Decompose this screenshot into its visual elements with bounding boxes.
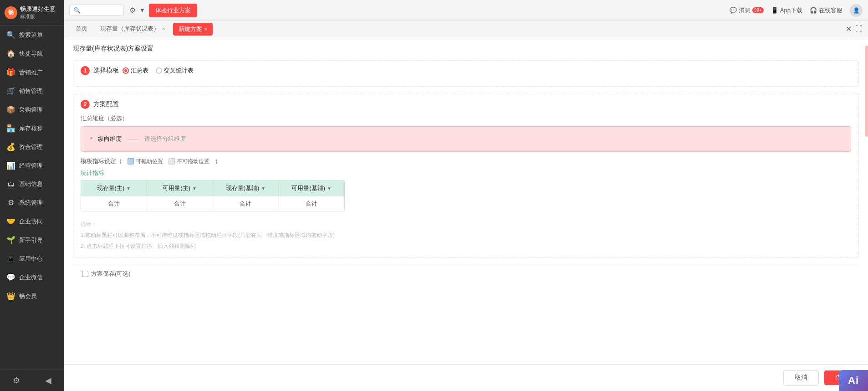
tab-inventory-status-label: 现存量（库存状况表） [100, 25, 159, 33]
sidebar-item-enterprise-label: 企业协同 [19, 217, 43, 226]
tip-item-0: 1.拖动标题栏可以调整布局，不可跨维度或指标区域拖动栏目字段(只能在同一维度或指… [81, 230, 851, 241]
industry-plan-button[interactable]: 体验行业方案 [149, 4, 197, 17]
stats-col-0-dropdown[interactable]: ▼ [126, 186, 131, 191]
bottom-bar: 取消 查询 [64, 364, 868, 391]
topbar-dropdown-icon[interactable]: ▼ [139, 7, 145, 14]
stats-col-2: 现存量(基辅) ▼ [213, 180, 279, 196]
sidebar-logo: 畅 畅康通好生意 标准版 [0, 0, 64, 26]
non-draggable-box-icon [168, 158, 175, 165]
sidebar-item-base-info[interactable]: 🗂 基础信息 [0, 175, 64, 193]
app-center-icon: 📱 [6, 254, 15, 263]
system-icon: ⚙ [6, 198, 15, 207]
save-plan-checkbox[interactable] [82, 271, 88, 277]
tab-inventory-status[interactable]: 现存量（库存状况表） × [94, 21, 171, 37]
sidebar: 畅 畅康通好生意 标准版 🔍 搜索菜单 🏠 快捷导航 🎁 营销推广 🛒 销售管理… [0, 0, 64, 391]
non-draggable-tag: 不可拖动位置 [168, 158, 209, 165]
tab-expand-icon[interactable]: ⛶ [855, 25, 863, 33]
stats-col-2-dropdown[interactable]: ▼ [261, 186, 266, 191]
message-label: 消息 [739, 6, 751, 15]
sidebar-item-quick-nav-label: 快捷导航 [19, 50, 43, 58]
sidebar-item-finance-label: 资金管理 [19, 143, 43, 151]
sidebar-item-purchase[interactable]: 📦 采购管理 [0, 100, 64, 119]
stats-table-data-row: 合计 合计 合计 合计 [81, 196, 344, 211]
settings-bottom-icon[interactable]: ⚙ [11, 374, 22, 387]
ai-badge[interactable]: Ai [839, 370, 868, 391]
tab-new-plan[interactable]: 新建方案 × [173, 23, 213, 36]
radio-summary[interactable]: 汇总表 [123, 67, 148, 75]
tab-inventory-close-icon[interactable]: × [162, 26, 165, 31]
message-badge: 99+ [752, 7, 764, 13]
radio-summary-circle [123, 67, 129, 74]
indicators-legend: 模板指标设定（ 可拖动位置 不可拖动位置 ） [81, 157, 851, 165]
sidebar-item-enterprise[interactable]: 🤝 企业协同 [0, 212, 64, 231]
stats-col-1: 可用量(主) ▼ [147, 180, 213, 196]
draggable-label: 可拖动位置 [136, 158, 163, 165]
stats-col-3: 可用量(基辅) ▼ [279, 180, 344, 196]
sidebar-item-operations[interactable]: 📊 经营管理 [0, 156, 64, 175]
sidebar-item-wechat[interactable]: 💬 企业微信 [0, 268, 64, 287]
dimension-label: 汇总维度（必选） [81, 114, 851, 123]
inventory-icon: 🏪 [6, 124, 15, 133]
stats-cell-2: 合计 [213, 196, 279, 211]
step1-header: 1 选择模板 汇总表 交叉统计表 [81, 66, 851, 75]
tips-section: 提示： 1.拖动标题栏可以调整布局，不可跨维度或指标区域拖动栏目字段(只能在同一… [81, 219, 851, 252]
stats-cell-0: 合计 [81, 196, 147, 211]
app-version: 标准版 [20, 13, 56, 20]
base-info-icon: 🗂 [6, 180, 15, 188]
stats-col-1-label: 可用量(主) [163, 184, 190, 192]
radio-cross[interactable]: 交叉统计表 [156, 67, 194, 75]
sidebar-item-member[interactable]: 👑 畅会员 [0, 287, 64, 305]
non-draggable-label: 不可拖动位置 [177, 158, 209, 165]
sidebar-item-finance[interactable]: 💰 资金管理 [0, 138, 64, 156]
wechat-icon: 💬 [6, 273, 15, 282]
dimension-box[interactable]: * 纵向维度 —— 请选择分组维度 [81, 126, 851, 152]
sidebar-item-newbie[interactable]: 🌱 新手引导 [0, 231, 64, 249]
sidebar-item-wechat-label: 企业微信 [19, 273, 43, 282]
indicators-label-suffix: ） [215, 157, 221, 165]
finance-icon: 💰 [6, 143, 15, 151]
stats-col-1-dropdown[interactable]: ▼ [192, 186, 197, 191]
sidebar-item-system[interactable]: ⚙ 系统管理 [0, 193, 64, 212]
step2-section: 2 方案配置 汇总维度（必选） * 纵向维度 —— 请选择分组维度 模板指标设定… [73, 94, 859, 257]
member-icon: 👑 [6, 292, 15, 300]
customer-service-item[interactable]: 🎧 在线客服 [810, 6, 842, 15]
phone-icon: 📱 [771, 7, 778, 14]
radio-summary-label: 汇总表 [131, 67, 148, 75]
sidebar-item-search[interactable]: 🔍 搜索菜单 [0, 26, 64, 44]
collapse-icon[interactable]: ◀ [43, 374, 53, 387]
topbar-search-box[interactable]: 🔍 [69, 5, 124, 16]
enterprise-icon: 🤝 [6, 217, 15, 226]
stats-col-3-label: 可用量(基辅) [291, 184, 325, 192]
tab-close-all-icon[interactable]: ✕ [846, 25, 852, 33]
vertical-dim-label: 纵向维度 [98, 135, 122, 143]
sidebar-item-quick-nav[interactable]: 🏠 快捷导航 [0, 44, 64, 63]
app-name: 畅康通好生意 [20, 5, 56, 13]
topbar-right: 💬 消息 99+ 📱 App下载 🎧 在线客服 👤 [730, 4, 863, 17]
scrollbar-thumb[interactable] [865, 46, 868, 137]
sidebar-item-inventory-label: 库存核算 [19, 124, 43, 133]
search-menu-icon: 🔍 [6, 31, 15, 39]
sales-icon: 🛒 [6, 87, 15, 95]
message-icon: 💬 [730, 7, 737, 14]
message-item[interactable]: 💬 消息 99+ [730, 6, 764, 15]
sidebar-item-marketing-label: 营销推广 [19, 68, 43, 77]
tab-new-plan-close-icon[interactable]: × [204, 26, 207, 32]
user-avatar[interactable]: 👤 [850, 4, 863, 17]
radio-cross-label: 交叉统计表 [164, 67, 194, 75]
cancel-button[interactable]: 取消 [783, 370, 819, 386]
sidebar-item-marketing[interactable]: 🎁 营销推广 [0, 63, 64, 82]
tab-bar: 首页 现存量（库存状况表） × 新建方案 × ✕ ⛶ [64, 21, 868, 37]
stats-header-label: 统计指标 [81, 169, 851, 177]
stats-col-3-dropdown[interactable]: ▼ [327, 186, 332, 191]
topbar-search-input[interactable] [82, 7, 119, 14]
page-title: 现存量(库存状况表)方案设置 [73, 45, 859, 53]
home-icon: 🏠 [6, 49, 15, 58]
sidebar-item-sales[interactable]: 🛒 销售管理 [0, 82, 64, 100]
topbar-gear-icon[interactable]: ⚙ [129, 6, 136, 15]
sidebar-item-app-center[interactable]: 📱 应用中心 [0, 249, 64, 268]
step2-badge: 2 [81, 100, 90, 109]
sidebar-item-inventory[interactable]: 🏪 库存核算 [0, 119, 64, 138]
tab-home[interactable]: 首页 [69, 21, 94, 37]
app-download-item[interactable]: 📱 App下载 [771, 6, 802, 15]
stats-cell-3: 合计 [279, 196, 344, 211]
